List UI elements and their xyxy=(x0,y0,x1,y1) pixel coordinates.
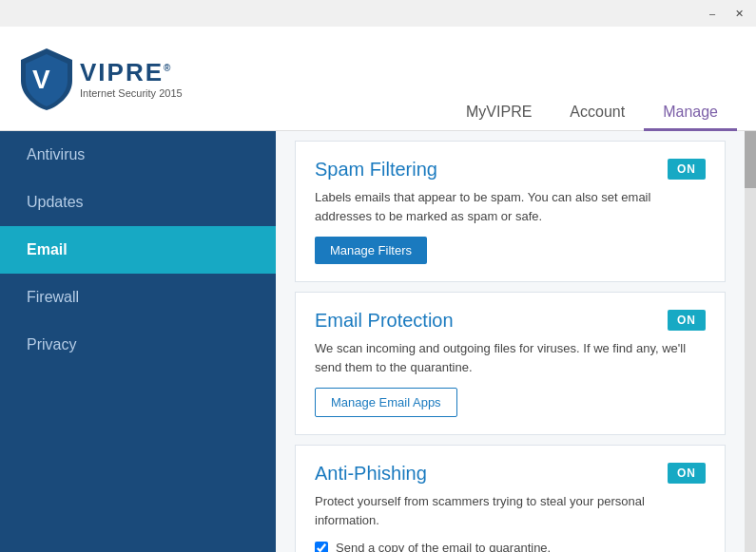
anti-phishing-title: Anti-Phishing xyxy=(315,463,706,485)
email-protection-desc: We scan incoming and outgoing files for … xyxy=(315,339,706,376)
anti-phishing-desc: Protect yourself from scammers trying to… xyxy=(315,492,706,529)
manage-email-apps-button[interactable]: Manage Email Apps xyxy=(315,388,457,417)
logo-icon: V xyxy=(19,47,74,111)
email-protection-toggle[interactable]: ON xyxy=(668,310,706,331)
spam-filtering-section: ON Spam Filtering Labels emails that app… xyxy=(295,141,726,282)
sidebar-item-privacy[interactable]: Privacy xyxy=(0,321,276,369)
logo-vipre-text: VIPRE® xyxy=(80,58,183,87)
sidebar-item-updates[interactable]: Updates xyxy=(0,179,276,226)
body: Antivirus Updates Email Firewall Privacy… xyxy=(0,131,756,552)
app-container: V VIPRE® Internet Security 2015 MyVIPRE … xyxy=(0,27,756,552)
quarantine-checkbox[interactable] xyxy=(315,542,328,553)
email-protection-title: Email Protection xyxy=(315,310,706,332)
manage-filters-button[interactable]: Manage Filters xyxy=(315,237,427,264)
tab-account[interactable]: Account xyxy=(551,96,644,131)
anti-phishing-section: ON Anti-Phishing Protect yourself from s… xyxy=(295,445,726,552)
tab-manage[interactable]: Manage xyxy=(644,96,737,131)
quarantine-checkbox-row: Send a copy of the email to quarantine. xyxy=(315,541,706,552)
content-area: ON Spam Filtering Labels emails that app… xyxy=(276,131,756,552)
sidebar: Antivirus Updates Email Firewall Privacy xyxy=(0,131,276,552)
spam-filtering-desc: Labels emails that appear to be spam. Yo… xyxy=(315,188,706,225)
title-bar: – ✕ xyxy=(0,0,756,27)
logo-subtitle: Internet Security 2015 xyxy=(80,87,183,99)
content-inner: ON Spam Filtering Labels emails that app… xyxy=(276,141,756,552)
scrollbar-thumb[interactable] xyxy=(745,131,756,188)
logo-text-area: VIPRE® Internet Security 2015 xyxy=(80,58,183,99)
header: V VIPRE® Internet Security 2015 MyVIPRE … xyxy=(0,27,756,131)
email-protection-section: ON Email Protection We scan incoming and… xyxy=(295,292,726,435)
sidebar-item-email[interactable]: Email xyxy=(0,226,276,274)
nav-tabs: MyVIPRE Account Manage xyxy=(447,27,737,130)
scrollbar[interactable] xyxy=(745,131,756,552)
tab-myvipre[interactable]: MyVIPRE xyxy=(447,96,551,131)
close-button[interactable]: ✕ xyxy=(726,4,752,23)
spam-filtering-toggle[interactable]: ON xyxy=(668,159,706,180)
spam-filtering-title: Spam Filtering xyxy=(315,159,706,181)
anti-phishing-toggle[interactable]: ON xyxy=(668,463,706,484)
sidebar-item-firewall[interactable]: Firewall xyxy=(0,274,276,321)
minimize-button[interactable]: – xyxy=(699,4,726,23)
logo-area: V VIPRE® Internet Security 2015 xyxy=(19,47,209,111)
quarantine-checkbox-label: Send a copy of the email to quarantine. xyxy=(336,541,551,552)
svg-text:V: V xyxy=(32,65,50,94)
sidebar-item-antivirus[interactable]: Antivirus xyxy=(0,131,276,179)
